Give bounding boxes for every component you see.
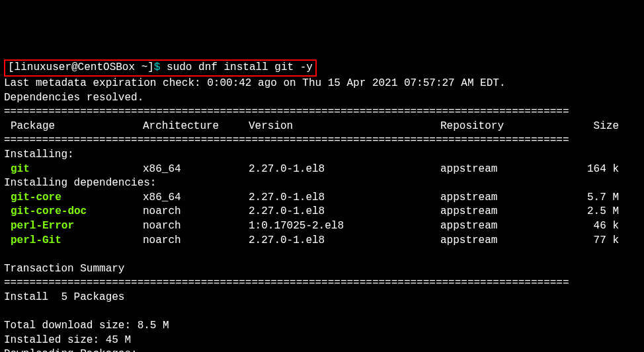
separator-line: ========================================… (4, 105, 640, 120)
package-repo: appstream (440, 234, 566, 248)
terminal-output: [linuxuser@CentOSBox ~]$ sudo dnf instal… (4, 59, 640, 352)
package-repo: appstream (440, 191, 566, 205)
header-arch: Architecture (143, 120, 249, 134)
command-text: sudo dnf install git -y (160, 61, 312, 73)
package-arch: noarch (143, 219, 249, 234)
package-size: 46 k (566, 219, 619, 234)
table-row: git-core-docnoarch2.27.0-1.el8appstream2… (4, 205, 640, 219)
package-version: 2.27.0-1.el8 (249, 191, 440, 205)
package-arch: noarch (143, 205, 249, 219)
package-name: git (11, 163, 30, 175)
installed-size: Installed size: 45 M (4, 334, 131, 346)
package-repo: appstream (440, 219, 566, 234)
metadata-line: Last metadata expiration check: 0:00:42 … (4, 77, 506, 89)
table-header: PackageArchitectureVersionRepositorySize (4, 120, 640, 134)
package-version: 2.27.0-1.el8 (249, 205, 440, 219)
table-row: git-corex86_642.27.0-1.el8appstream5.7 M (4, 191, 640, 205)
package-name: perl-Error (11, 220, 74, 232)
package-repo: appstream (440, 162, 566, 177)
install-count: Install 5 Packages (4, 291, 124, 303)
package-size: 77 k (566, 234, 619, 248)
header-size: Size (566, 120, 619, 134)
package-arch: noarch (143, 234, 249, 248)
table-row: gitx86_642.27.0-1.el8appstream164 k (4, 162, 640, 177)
package-size: 5.7 M (566, 191, 619, 205)
package-name: git-core-doc (11, 205, 87, 217)
package-version: 2.27.0-1.el8 (249, 234, 440, 248)
package-arch: x86_64 (143, 191, 249, 205)
package-arch: x86_64 (143, 162, 249, 177)
download-size: Total download size: 8.5 M (4, 320, 169, 332)
command-highlight: [linuxuser@CentOSBox ~]$ sudo dnf instal… (4, 59, 317, 77)
separator-line: ========================================… (4, 133, 640, 148)
prompt-user-host: [linuxuser@CentOSBox ~] (8, 61, 154, 73)
table-row: perl-Errornoarch1:0.17025-2.el8appstream… (4, 219, 640, 234)
package-size: 2.5 M (566, 205, 619, 219)
package-size: 164 k (566, 162, 619, 177)
package-name: perl-Git (11, 234, 61, 246)
package-repo: appstream (440, 205, 566, 219)
deps-resolved: Dependencies resolved. (4, 92, 143, 104)
header-package: Package (4, 120, 143, 134)
table-row: perl-Gitnoarch2.27.0-1.el8appstream 77 k (4, 234, 640, 248)
package-version: 1:0.17025-2.el8 (249, 219, 440, 234)
transaction-summary: Transaction Summary (4, 263, 124, 275)
package-name: git-core (11, 192, 61, 203)
header-version: Version (249, 120, 440, 134)
downloading-label: Downloading Packages: (4, 348, 138, 352)
installing-deps-label: Installing dependencies: (4, 177, 156, 189)
installing-label: Installing: (4, 149, 74, 160)
separator-line: ========================================… (4, 276, 640, 291)
prompt-symbol: $ (154, 61, 161, 73)
package-version: 2.27.0-1.el8 (249, 162, 440, 177)
header-repo: Repository (440, 120, 566, 134)
